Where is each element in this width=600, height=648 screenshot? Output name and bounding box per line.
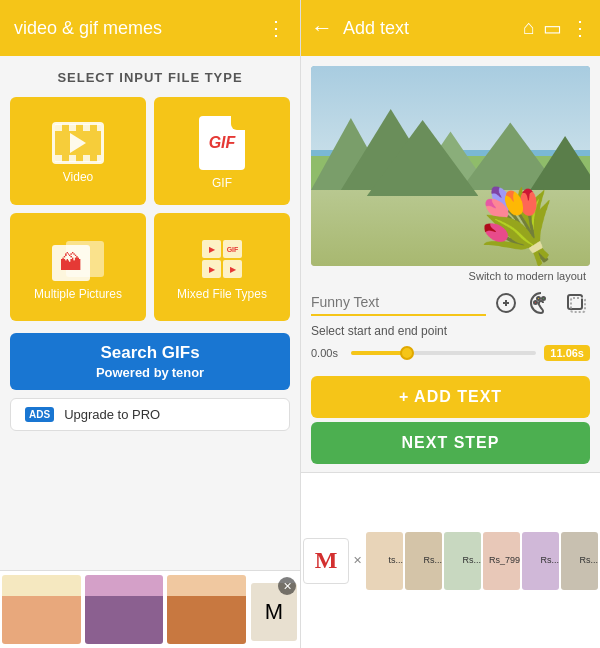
- timeline-label: Select start and end point: [301, 318, 600, 340]
- right-ad-thumb-6: Rs...: [561, 532, 598, 590]
- video-label: Video: [63, 170, 93, 184]
- window-icon[interactable]: ▭: [543, 16, 562, 40]
- add-text-button[interactable]: + ADD TEXT: [311, 376, 590, 418]
- ad-thumb-2: [85, 575, 164, 644]
- mountain-icon: 🏔: [60, 250, 82, 276]
- add-text-label: + ADD TEXT: [399, 388, 502, 405]
- right-menu-icon[interactable]: ⋮: [570, 16, 590, 40]
- slider-fill: [351, 351, 407, 355]
- color-picker-icon[interactable]: [527, 288, 556, 318]
- preview-image: 💐: [311, 66, 590, 266]
- right-ad-thumb-1: ts...: [366, 532, 403, 590]
- text-shadow-icon[interactable]: [561, 288, 590, 318]
- left-body: SELECT INPUT FILE TYPE Video GIF GIF: [0, 56, 300, 570]
- slider-thumb[interactable]: [400, 346, 414, 360]
- gif-label: GIF: [212, 176, 232, 190]
- back-button[interactable]: ←: [311, 15, 333, 41]
- search-gifs-button[interactable]: Search GIFs Powered by tenor: [10, 333, 290, 390]
- film-icon: [52, 122, 104, 164]
- home-icon[interactable]: ⌂: [523, 16, 535, 40]
- switch-modern-layout[interactable]: Switch to modern layout: [301, 266, 600, 282]
- file-type-grid: Video GIF GIF 🏔 Multiple Pictures: [10, 97, 290, 321]
- gif-type-item[interactable]: GIF GIF: [154, 97, 290, 205]
- svg-point-7: [537, 297, 540, 300]
- funny-text-input[interactable]: [311, 290, 486, 316]
- right-header-icons: ⌂ ▭ ⋮: [523, 16, 590, 40]
- search-gifs-title: Search GIFs: [20, 343, 280, 363]
- gif-file-icon: GIF: [199, 116, 245, 170]
- mountain-svg: [311, 100, 590, 190]
- ad-close-overlay: ✕ M: [248, 571, 300, 648]
- font-style-icon[interactable]: [492, 288, 521, 318]
- flower-hand: 💐: [473, 191, 560, 261]
- left-menu-icon[interactable]: ⋮: [266, 16, 286, 40]
- slider-track: [351, 351, 536, 355]
- ad-thumb-1: [2, 575, 81, 644]
- pictures-label: Multiple Pictures: [34, 287, 122, 301]
- mixed-label: Mixed File Types: [177, 287, 267, 301]
- mixed-type-item[interactable]: ▶ GIF ▶ ▶ Mixed File Types: [154, 213, 290, 321]
- svg-point-8: [542, 297, 545, 300]
- right-ad-strip: M ✕ ts... Rs... Rs... Rs_799 Rs... Rs...: [301, 472, 600, 648]
- select-label: SELECT INPUT FILE TYPE: [57, 70, 242, 85]
- video-type-item[interactable]: Video: [10, 97, 146, 205]
- puzzle-piece-2: GIF: [223, 240, 242, 258]
- upgrade-banner[interactable]: ADS Upgrade to PRO: [10, 398, 290, 431]
- text-input-row: [301, 282, 600, 318]
- slider-start: 0.00s: [311, 347, 343, 359]
- left-ad-strip: ✕ M: [0, 570, 300, 648]
- app-title: video & gif memes: [14, 18, 266, 39]
- mixed-icon: ▶ GIF ▶ ▶: [196, 237, 248, 281]
- left-header: video & gif memes ⋮: [0, 0, 300, 56]
- slider-end: 11.06s: [544, 345, 590, 361]
- add-text-title: Add text: [343, 18, 513, 39]
- upgrade-label: Upgrade to PRO: [64, 407, 160, 422]
- pictures-icon: 🏔: [52, 237, 104, 281]
- gif-text: GIF: [209, 134, 236, 152]
- right-ad-thumb-3: Rs...: [444, 532, 481, 590]
- powered-by-text: Powered by tenor: [20, 365, 280, 380]
- right-ad-logo: M: [303, 538, 349, 584]
- puzzle-icon: ▶ GIF ▶ ▶: [202, 240, 242, 278]
- right-ad-close[interactable]: ✕: [351, 554, 364, 567]
- right-ad-thumb-5: Rs...: [522, 532, 559, 590]
- slider-track-container[interactable]: [351, 344, 536, 362]
- svg-point-6: [534, 301, 537, 304]
- right-ad-thumb-4: Rs_799: [483, 532, 520, 590]
- pictures-type-item[interactable]: 🏔 Multiple Pictures: [10, 213, 146, 321]
- ads-badge: ADS: [25, 407, 54, 422]
- play-triangle: [70, 133, 86, 153]
- ad-close-button[interactable]: ✕: [278, 577, 296, 595]
- preview-area: 💐: [311, 66, 590, 266]
- next-step-label: NEXT STEP: [402, 434, 500, 451]
- right-ad-thumb-2: Rs...: [405, 532, 442, 590]
- next-step-button[interactable]: NEXT STEP: [311, 422, 590, 464]
- right-header: ← Add text ⌂ ▭ ⋮: [301, 0, 600, 56]
- puzzle-piece-3: ▶: [202, 260, 221, 278]
- ad-thumb-3: [167, 575, 246, 644]
- right-panel: ← Add text ⌂ ▭ ⋮ 💐 Switch to mo: [300, 0, 600, 648]
- puzzle-piece-1: ▶: [202, 240, 221, 258]
- left-panel: video & gif memes ⋮ SELECT INPUT FILE TY…: [0, 0, 300, 648]
- slider-row: 0.00s 11.06s: [301, 340, 600, 366]
- pic-front: 🏔: [52, 245, 90, 281]
- puzzle-piece-4: ▶: [223, 260, 242, 278]
